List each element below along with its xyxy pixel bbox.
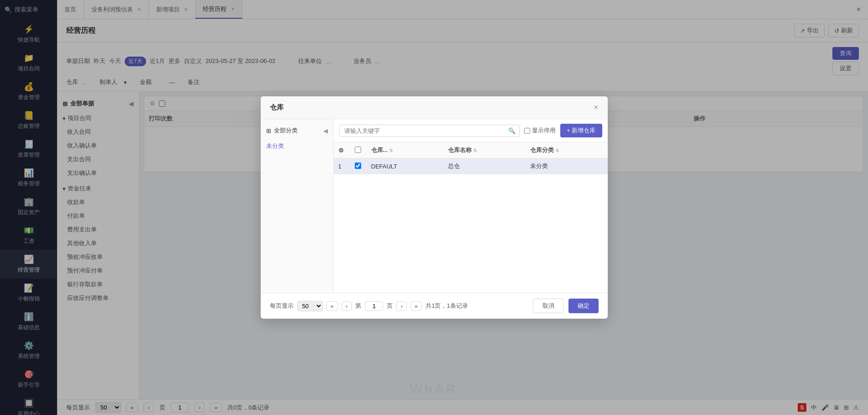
modal-overlay: 仓库 × ⊞ 全部分类 ◀ 未分类 🔍: [0, 0, 868, 415]
modal-prev-page[interactable]: ‹: [342, 301, 352, 311]
modal-confirm-button[interactable]: 确定: [568, 299, 599, 313]
modal-table: ⚙ 仓库... ⇅: [334, 142, 608, 174]
modal-page-size-label: 每页显示: [270, 302, 294, 310]
grid-dots-icon: ⊞: [266, 127, 271, 134]
modal-title: 仓库: [270, 103, 284, 112]
modal-first-page[interactable]: «: [326, 301, 338, 311]
modal-search-wrap: 🔍: [339, 125, 520, 137]
modal-col-name-header: 仓库名称 ⇅: [443, 142, 526, 158]
modal-gear-icon[interactable]: ⚙: [338, 147, 344, 154]
modal-left-all-btn[interactable]: ⊞ 全部分类 ◀: [261, 123, 333, 138]
modal-search-input[interactable]: [340, 125, 505, 137]
modal-cancel-button[interactable]: 取消: [533, 299, 564, 313]
name-sort-icon[interactable]: ⇅: [473, 148, 477, 153]
modal-page-size-select[interactable]: 50 100: [297, 301, 323, 311]
warehouse-modal: 仓库 × ⊞ 全部分类 ◀ 未分类 🔍: [261, 96, 608, 319]
modal-header: 仓库 ×: [261, 96, 608, 119]
modal-right-content: 🔍 显示停用 + 新增仓库 ⚙: [334, 119, 608, 293]
show-disabled-text: 显示停用: [532, 126, 556, 135]
show-disabled-checkbox[interactable]: [524, 128, 530, 134]
modal-col-code-header: 仓库... ⇅: [367, 142, 443, 158]
modal-page-suffix: 页: [387, 302, 393, 310]
modal-pagination: 每页显示 50 100 « ‹ 第 页 › » 共1页，1条记录: [270, 301, 468, 311]
row-checkbox[interactable]: [355, 163, 361, 169]
modal-footer: 每页显示 50 100 « ‹ 第 页 › » 共1页，1条记录 取消 确定: [261, 293, 608, 319]
modal-actions: 取消 确定: [533, 299, 599, 313]
row-name: 总仓: [443, 158, 526, 174]
modal-total: 共1页，1条记录: [426, 302, 468, 310]
modal-left-nav: ⊞ 全部分类 ◀ 未分类: [261, 119, 334, 293]
show-disabled-label[interactable]: 显示停用: [524, 126, 556, 135]
modal-next-page[interactable]: ›: [396, 301, 406, 311]
add-warehouse-button[interactable]: + 新增仓库: [560, 124, 602, 137]
modal-toolbar: 🔍 显示停用 + 新增仓库: [334, 119, 608, 142]
modal-table-wrap: ⚙ 仓库... ⇅: [334, 142, 608, 293]
modal-col-category-header: 仓库分类 ⇅: [526, 142, 608, 158]
row-code: DEFAULT: [367, 158, 443, 174]
modal-page-input[interactable]: [365, 301, 383, 311]
modal-select-all[interactable]: [355, 147, 361, 153]
row-index: 1: [334, 158, 350, 174]
left-collapse-icon[interactable]: ◀: [323, 127, 328, 134]
code-sort-icon[interactable]: ⇅: [389, 148, 393, 153]
category-sort-icon[interactable]: ⇅: [555, 148, 559, 153]
modal-body: ⊞ 全部分类 ◀ 未分类 🔍 显示停用: [261, 119, 608, 293]
row-checkbox-cell[interactable]: [350, 158, 367, 174]
modal-col-checkbox-header[interactable]: [350, 142, 367, 158]
row-category: 未分类: [526, 158, 608, 174]
modal-col-name-label: 仓库名称: [448, 146, 472, 154]
modal-page-label: 第: [355, 302, 361, 310]
modal-table-row[interactable]: 1 DEFAULT 总仓 未分类: [334, 158, 608, 174]
modal-search-icon[interactable]: 🔍: [505, 125, 519, 137]
modal-all-label: 全部分类: [274, 126, 298, 135]
modal-col-category-label: 仓库分类: [530, 146, 554, 154]
modal-close-button[interactable]: ×: [594, 103, 599, 112]
modal-col-code-label: 仓库...: [371, 146, 388, 154]
modal-last-page[interactable]: »: [410, 301, 422, 311]
modal-nav-uncategorized[interactable]: 未分类: [261, 138, 333, 154]
modal-col-settings[interactable]: ⚙: [334, 142, 350, 158]
